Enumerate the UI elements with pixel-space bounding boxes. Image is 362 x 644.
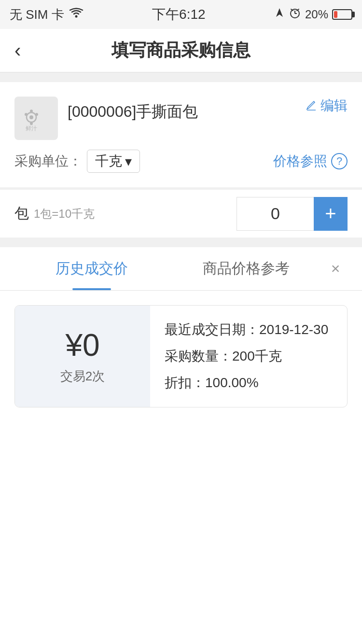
product-header: 鲜汁 [0000006]手撕面包 编辑 bbox=[14, 97, 348, 140]
tab-active-underline bbox=[72, 288, 111, 290]
carrier-text: 无 SIM 卡 bbox=[10, 6, 64, 23]
product-left: 鲜汁 [0000006]手撕面包 bbox=[14, 97, 198, 140]
price-currency-symbol: ¥ bbox=[65, 328, 83, 363]
status-time: 下午6:12 bbox=[152, 5, 206, 24]
tab-history-price[interactable]: 历史成交价 bbox=[14, 247, 169, 290]
tab-product-price-ref-label: 商品价格参考 bbox=[203, 259, 290, 279]
wifi-icon bbox=[69, 7, 84, 22]
svg-point-9 bbox=[25, 113, 28, 116]
product-thumbnail: 鲜汁 bbox=[14, 97, 58, 140]
svg-point-10 bbox=[35, 113, 38, 116]
alarm-icon bbox=[289, 7, 301, 22]
svg-point-7 bbox=[30, 110, 33, 112]
price-left-panel: ¥0 交易2次 bbox=[15, 306, 150, 407]
dropdown-arrow-icon: ▾ bbox=[125, 154, 132, 169]
product-card: 鲜汁 [0000006]手撕面包 编辑 采购单位： 千克 ▾ 价格参照 bbox=[0, 82, 362, 187]
location-icon bbox=[274, 7, 285, 22]
price-trades: 交易2次 bbox=[60, 368, 105, 385]
tab-history-price-label: 历史成交价 bbox=[56, 259, 128, 279]
battery-icon bbox=[332, 9, 352, 20]
unit-conversion: 1包=10千克 bbox=[34, 206, 95, 222]
unit-selector[interactable]: 千克 ▾ bbox=[87, 150, 140, 173]
quantity-plus-button[interactable]: + bbox=[314, 197, 348, 231]
nav-bar: ‹ 填写商品采购信息 bbox=[0, 29, 362, 72]
svg-text:鲜汁: 鲜汁 bbox=[26, 125, 37, 132]
unit-bag: 包 bbox=[14, 204, 29, 224]
status-right: 20% bbox=[274, 7, 352, 22]
svg-point-6 bbox=[29, 115, 33, 119]
quantity-control: + bbox=[237, 197, 348, 231]
price-right-panel: 最近成交日期：2019-12-30 采购数量：200千克 折扣：100.00% bbox=[150, 306, 347, 407]
tabs-header: 历史成交价 商品价格参考 × bbox=[0, 247, 362, 291]
quantity-section: 包 1包=10千克 + bbox=[0, 189, 362, 238]
tab-close-button[interactable]: × bbox=[323, 257, 348, 281]
discount: 折扣：100.00% bbox=[165, 373, 333, 392]
purchase-qty: 采购数量：200千克 bbox=[165, 347, 333, 365]
quantity-label: 包 1包=10千克 bbox=[14, 204, 95, 224]
recent-date: 最近成交日期：2019-12-30 bbox=[165, 320, 333, 339]
price-ref-button[interactable]: 价格参照 ? bbox=[273, 152, 348, 170]
tab-content-history: ¥0 交易2次 最近成交日期：2019-12-30 采购数量：200千克 折扣：… bbox=[0, 291, 362, 422]
status-left: 无 SIM 卡 bbox=[10, 6, 84, 23]
edit-label: 编辑 bbox=[320, 97, 348, 115]
product-name: [0000006]手撕面包 bbox=[68, 97, 198, 123]
back-button[interactable]: ‹ bbox=[14, 40, 21, 61]
quantity-input[interactable] bbox=[237, 197, 314, 231]
price-amount: ¥0 bbox=[65, 327, 99, 363]
unit-label: 采购单位： bbox=[14, 152, 82, 170]
status-bar: 无 SIM 卡 下午6:12 20 bbox=[0, 0, 362, 29]
svg-point-0 bbox=[75, 15, 77, 17]
battery-percent: 20% bbox=[305, 8, 328, 21]
white-space bbox=[0, 422, 362, 644]
tab-product-price-ref[interactable]: 商品价格参考 bbox=[169, 247, 323, 290]
tabs-container: 历史成交价 商品价格参考 × ¥0 交易2次 最近成交日期：2019-12-30… bbox=[0, 247, 362, 422]
product-unit-row: 采购单位： 千克 ▾ 价格参照 ? bbox=[14, 150, 348, 173]
help-icon[interactable]: ? bbox=[331, 153, 348, 169]
price-card: ¥0 交易2次 最近成交日期：2019-12-30 采购数量：200千克 折扣：… bbox=[14, 305, 348, 407]
page-title: 填写商品采购信息 bbox=[111, 39, 251, 62]
edit-button[interactable]: 编辑 bbox=[305, 97, 348, 115]
svg-marker-1 bbox=[276, 8, 283, 17]
